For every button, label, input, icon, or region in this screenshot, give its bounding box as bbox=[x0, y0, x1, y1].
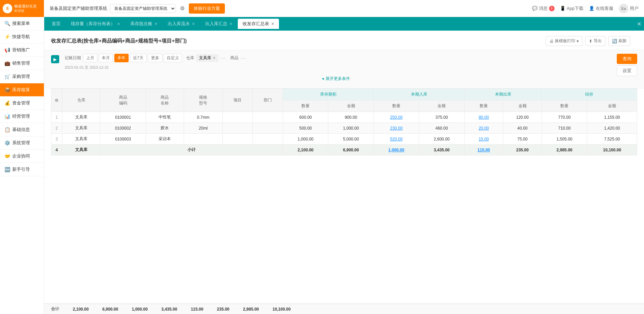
trial-button[interactable]: 体验行业方案 bbox=[189, 3, 225, 14]
gear-icon[interactable]: ⚙ bbox=[180, 5, 185, 12]
tab-summary-inout[interactable]: 出入库汇总 ✕ bbox=[200, 19, 237, 29]
sidebar-label-system: 系统管理 bbox=[12, 140, 30, 146]
query-btn[interactable]: 查询 bbox=[617, 54, 637, 64]
marketing-icon: 📢 bbox=[4, 47, 10, 53]
goods-filter-group: 商品 ··· bbox=[230, 55, 247, 61]
sidebar-item-collab[interactable]: 🤝 企业协同 bbox=[0, 150, 44, 163]
purchase-icon: 🛒 bbox=[4, 74, 10, 79]
service-btn[interactable]: 👤 在线客服 bbox=[589, 5, 613, 12]
row-project bbox=[222, 123, 253, 134]
subtotal-in-qty[interactable]: 1,000.00 bbox=[374, 145, 419, 155]
sidebar-label-collab: 企业协同 bbox=[12, 153, 30, 159]
th-goods-name: 商品名称 bbox=[146, 89, 184, 112]
sidebar-label-finance: 资金管理 bbox=[12, 100, 30, 106]
sidebar-label-sales: 销售管理 bbox=[12, 60, 30, 66]
subtotal-opening-amount: 6,900.00 bbox=[328, 145, 374, 155]
date-btn-7days[interactable]: 近7天 bbox=[130, 54, 147, 62]
sidebar-item-operation[interactable]: 📊 经营管理 bbox=[0, 110, 44, 123]
message-btn[interactable]: 💬 消息 6 bbox=[532, 5, 555, 12]
tab-inventory-dist-label: 现存量（库存分布表） bbox=[71, 21, 115, 27]
row-out-qty[interactable]: 15.00 bbox=[464, 134, 503, 145]
filter-area: ▶ 记账日期 上月 本月 本年 近7天 更多 自定义 bbox=[44, 50, 644, 88]
sidebar-item-finance[interactable]: 💰 资金管理 bbox=[0, 97, 44, 110]
sidebar-item-guide[interactable]: 🆕 新手引导 bbox=[0, 163, 44, 176]
app-label: App下载 bbox=[567, 5, 583, 12]
tab-batch[interactable]: 库存批次账 ✕ bbox=[126, 19, 162, 29]
th-closing-group: 结存 bbox=[542, 89, 637, 100]
row-goods-spec: 0.7mm bbox=[184, 112, 223, 123]
tab-inventory-dist-close[interactable]: ✕ bbox=[117, 22, 120, 26]
table-area: ⚙ 仓库 商品编码 商品名称 规格型号 项目 部门 库存期初 本期入库 本期出库… bbox=[44, 88, 644, 303]
sidebar-item-search[interactable]: 🔍 搜索菜单 bbox=[0, 17, 44, 30]
date-filter-group: 记账日期 上月 本月 本年 近7天 更多 自定义 bbox=[65, 54, 182, 62]
tab-recv-send[interactable]: 收发存汇总表 ✕ bbox=[238, 19, 279, 29]
th-out-amount: 金额 bbox=[503, 100, 542, 112]
sidebar-title-group: 畅捷通好生意 标准版 bbox=[14, 4, 37, 13]
date-btn-custom[interactable]: 自定义 bbox=[164, 54, 182, 62]
th-goods-spec: 规格型号 bbox=[184, 89, 223, 112]
date-btn-this[interactable]: 本月 bbox=[99, 54, 113, 62]
chevron-down-icon: ▾ bbox=[577, 39, 579, 44]
row-num: 2 bbox=[51, 123, 62, 134]
row-goods-name: 采访本 bbox=[146, 134, 184, 145]
avatar: Ea bbox=[619, 4, 628, 13]
row-opening-amount: 5,000.00 bbox=[328, 134, 374, 145]
user-btn[interactable]: Ea 用户 bbox=[619, 4, 639, 13]
th-settings: ⚙ bbox=[51, 89, 62, 112]
export-btn[interactable]: ⬆ 导出 bbox=[585, 36, 606, 46]
setting-btn[interactable]: 设置 bbox=[617, 65, 637, 76]
row-in-qty[interactable]: 520.00 bbox=[374, 134, 419, 145]
subtotal-out-qty[interactable]: 115.00 bbox=[464, 145, 503, 155]
th-warehouse: 仓库 bbox=[62, 89, 100, 112]
expand-label: 展开更多条件 bbox=[326, 76, 350, 82]
warehouse-more-btn[interactable]: ··· bbox=[220, 55, 227, 61]
sidebar-item-purchase[interactable]: 🛒 采购管理 bbox=[0, 70, 44, 83]
subtotal-warehouse: 文具库 bbox=[62, 145, 100, 155]
sidebar-item-quick[interactable]: ⚡ 快捷导航 bbox=[0, 30, 44, 44]
row-in-qty[interactable]: 250.00 bbox=[374, 112, 419, 123]
sidebar-item-inventory[interactable]: 📦 库存核算 bbox=[0, 83, 44, 97]
export-label: 导出 bbox=[594, 38, 602, 44]
tab-flow-close[interactable]: ✕ bbox=[192, 22, 195, 26]
tab-summary-inout-close[interactable]: ✕ bbox=[229, 22, 232, 26]
sidebar-item-basic[interactable]: 📋 基础信息 bbox=[0, 123, 44, 136]
sidebar-item-sales[interactable]: 💼 销售管理 bbox=[0, 57, 44, 70]
row-closing-qty: 710.00 bbox=[542, 123, 587, 134]
row-project bbox=[222, 134, 253, 145]
tabbar-close-btn[interactable]: ✕ bbox=[637, 21, 641, 27]
row-goods-name: 中性笔 bbox=[146, 112, 184, 123]
date-btn-year[interactable]: 本年 bbox=[114, 54, 129, 62]
row-out-qty[interactable]: 80.00 bbox=[464, 112, 503, 123]
tab-flow-label: 出入库流水 bbox=[168, 21, 190, 27]
warehouse-tag-close[interactable]: ✕ bbox=[213, 56, 216, 60]
tab-batch-close[interactable]: ✕ bbox=[154, 22, 158, 26]
sidebar-item-marketing[interactable]: 📢 营销推广 bbox=[0, 44, 44, 57]
app-download-btn[interactable]: 📱 App下载 bbox=[560, 5, 583, 12]
tab-inventory-dist[interactable]: 现存量（库存分布表） ✕ bbox=[66, 19, 125, 29]
collab-icon: 🤝 bbox=[4, 153, 10, 159]
footer-opening-amount: 6,900.00 bbox=[102, 307, 118, 312]
tab-home[interactable]: 首页 bbox=[47, 19, 65, 29]
subtotal-closing-qty: 2,985.00 bbox=[542, 145, 587, 155]
row-in-qty[interactable]: 230.00 bbox=[374, 123, 419, 134]
tab-summary-inout-label: 出入库汇总 bbox=[205, 21, 227, 27]
chevron-down-icon: ▾ bbox=[322, 77, 324, 81]
sidebar-item-system[interactable]: ⚙️ 系统管理 bbox=[0, 136, 44, 150]
tab-flow[interactable]: 出入库流水 ✕ bbox=[163, 19, 200, 29]
refresh-btn[interactable]: 🔄 刷新 bbox=[608, 36, 630, 46]
warehouse-value: 文具库 bbox=[199, 55, 211, 61]
search-icon: 🔍 bbox=[4, 21, 10, 26]
filter-toggle-btn[interactable]: ▶ bbox=[51, 55, 59, 63]
expand-conditions-btn[interactable]: ▾ 展开更多条件 bbox=[322, 74, 350, 83]
th-department: 部门 bbox=[253, 89, 283, 112]
sidebar-label-guide: 新手引导 bbox=[12, 166, 30, 172]
print-btn[interactable]: 🖨 换模板打印 ▾ bbox=[546, 36, 582, 46]
system-selector[interactable]: 装备及固定资产辅助管理系统 bbox=[110, 4, 176, 13]
tab-recv-send-close[interactable]: ✕ bbox=[271, 22, 274, 26]
date-btn-more[interactable]: 更多 bbox=[148, 54, 162, 62]
date-btn-up[interactable]: 上月 bbox=[83, 54, 97, 62]
goods-more-btn[interactable]: ··· bbox=[241, 55, 247, 61]
sidebar: 6 畅捷通好生意 标准版 🔍 搜索菜单 ⚡ 快捷导航 📢 营销推广 💼 销售管理… bbox=[0, 0, 44, 314]
sidebar-app-title: 畅捷通好生意 bbox=[14, 4, 37, 9]
row-out-qty[interactable]: 20.00 bbox=[464, 123, 503, 134]
